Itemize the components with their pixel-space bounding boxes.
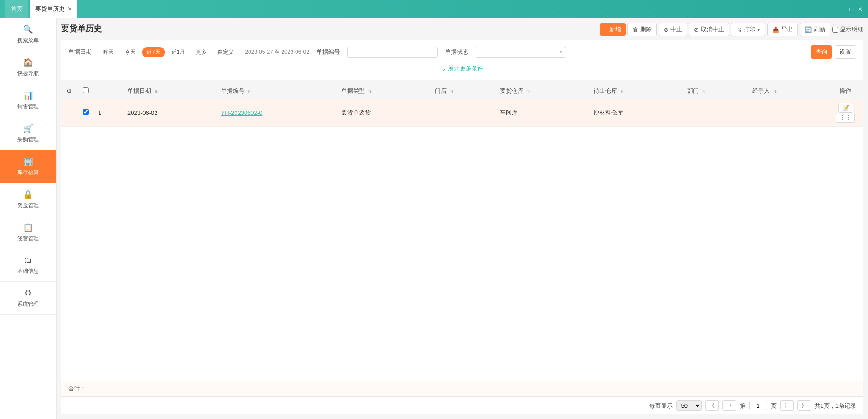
sidebar-item-sysmanage[interactable]: ⚙ 系统管理 <box>0 282 56 315</box>
col-pendingwarehouse[interactable]: 待出仓库 ⇅ <box>589 83 683 99</box>
inventory-icon: 🏢 <box>23 157 33 167</box>
print-icon: 🖨 <box>736 26 742 33</box>
col-store[interactable]: 门店 ⇅ <box>430 83 496 99</box>
sidebar-label-quicknav: 快捷导航 <box>17 70 39 77</box>
table-scroll[interactable]: ⚙ 单据日期 ⇅ 单据编号 <box>61 83 863 381</box>
add-button[interactable]: + 新增 <box>600 23 626 36</box>
sidebar-item-basicinfo[interactable]: 🗂 基础信息 <box>0 249 56 282</box>
page-number-input[interactable] <box>749 401 767 410</box>
print-dropdown-icon: ▾ <box>757 26 760 33</box>
date-btn-yesterday[interactable]: 昨天 <box>99 47 118 57</box>
operations-icon: 📋 <box>23 223 33 233</box>
row-department-cell <box>683 99 748 127</box>
stop-button[interactable]: ⊘ 中止 <box>659 23 687 36</box>
date-btn-7days[interactable]: 近7天 <box>142 47 165 57</box>
date-btn-custom[interactable]: 自定义 <box>213 47 238 57</box>
row-billno-cell[interactable]: YH-20230602-0 <box>217 99 337 127</box>
table-row[interactable]: 1 2023-06-02 YH-20230602-0 要货单要货 车间库 原材料… <box>61 99 863 127</box>
display-detail-checkbox[interactable] <box>832 27 838 33</box>
row-date-cell: 2023-06-02 <box>123 99 217 127</box>
summary-row: 合计： <box>61 381 863 396</box>
basicinfo-icon: 🗂 <box>24 256 32 265</box>
col-checkbox[interactable] <box>77 83 94 99</box>
delete-button[interactable]: 🗑 删除 <box>627 23 657 36</box>
sidebar-label-sales: 销售管理 <box>17 103 39 110</box>
main-layout: 🔍 搜索菜单 🏠 快捷导航 📊 销售管理 🛒 采购管理 🏢 库存核算 🔒 资金管… <box>0 18 868 419</box>
page-size-label: 每页显示 <box>649 402 673 410</box>
cancel-stop-button[interactable]: ⊘ 取消中止 <box>689 23 729 36</box>
select-all-checkbox[interactable] <box>83 87 89 93</box>
date-btn-1month[interactable]: 近1月 <box>167 47 189 57</box>
display-detail-toggle[interactable]: 显示明细 <box>832 25 863 33</box>
top-bar: 首页 要货单历史 ✕ — □ ✕ <box>0 0 868 18</box>
summary-label: 合计： <box>68 385 86 393</box>
table-area: ⚙ 单据日期 ⇅ 单据编号 <box>61 83 863 414</box>
col-settings-icon: ⚙ <box>66 88 72 95</box>
close-btn[interactable]: ✕ <box>858 6 863 13</box>
sort-reqwarehouse-icon: ⇅ <box>527 89 530 94</box>
settings-button[interactable]: 设置 <box>835 45 856 59</box>
row-pendingwarehouse-cell: 原材料仓库 <box>589 99 683 127</box>
cancel-stop-icon: ⊘ <box>694 26 699 33</box>
row-checkbox-cell[interactable] <box>77 99 94 127</box>
page-size-select[interactable]: 50 20 100 <box>676 400 702 411</box>
total-info: 共1页，1条记录 <box>815 402 856 410</box>
bill-no-input[interactable] <box>347 47 438 58</box>
date-btn-today[interactable]: 今天 <box>121 47 140 57</box>
col-handler[interactable]: 经手人 ⇅ <box>748 83 827 99</box>
last-page-btn[interactable]: 》 <box>797 400 811 411</box>
sidebar-item-operations[interactable]: 📋 经营管理 <box>0 216 56 249</box>
sort-handler-icon: ⇅ <box>773 89 777 94</box>
sidebar-item-search[interactable]: 🔍 搜索菜单 <box>0 18 56 51</box>
purchase-icon: 🛒 <box>23 124 33 133</box>
first-page-btn[interactable]: 《 <box>705 400 719 411</box>
sidebar-item-quicknav[interactable]: 🏠 快捷导航 <box>0 51 56 84</box>
filter-panel: 单据日期 昨天 今天 近7天 近1月 更多 自定义 2023-05-27 至 2… <box>61 40 863 80</box>
maximize-btn[interactable]: □ <box>849 6 853 13</box>
col-department[interactable]: 部门 ⇅ <box>683 83 748 99</box>
col-billtype[interactable]: 单据类型 ⇅ <box>337 83 430 99</box>
search-icon: 🔍 <box>23 24 33 34</box>
status-select-wrapper <box>476 47 566 58</box>
window-controls: — □ ✕ <box>839 6 863 13</box>
content-area: 要货单历史 + 新增 🗑 删除 ⊘ 中止 ⊘ 取消中止 🖨 打印 <box>57 18 868 419</box>
row-edit-btn[interactable]: 📝 <box>838 103 853 113</box>
sidebar-label-sysmanage: 系统管理 <box>17 300 39 308</box>
sort-department-icon: ⇅ <box>702 89 705 94</box>
close-tab-icon[interactable]: ✕ <box>67 6 72 12</box>
header-section: 要货单历史 + 新增 🗑 删除 ⊘ 中止 ⊘ 取消中止 🖨 打印 <box>61 23 863 36</box>
sort-billno-icon: ⇅ <box>247 89 251 94</box>
row-more-btn[interactable]: ⋮⋮ <box>836 113 855 123</box>
export-button[interactable]: 📤 导出 <box>767 23 798 36</box>
col-reqwarehouse[interactable]: 要货仓库 ⇅ <box>495 83 589 99</box>
page-title: 要货单历史 <box>61 23 102 34</box>
col-billno[interactable]: 单据编号 ⇅ <box>217 83 337 99</box>
next-page-btn[interactable]: 〉 <box>780 400 794 411</box>
col-settings[interactable]: ⚙ <box>61 83 77 99</box>
refresh-button[interactable]: 🔄 刷新 <box>800 23 830 36</box>
table-header-row: ⚙ 单据日期 ⇅ 单据编号 <box>61 83 863 99</box>
sidebar-item-finance[interactable]: 🔒 资金管理 <box>0 183 56 216</box>
date-label: 单据日期 <box>68 48 92 56</box>
date-btn-more[interactable]: 更多 <box>192 47 211 57</box>
sidebar-item-purchase[interactable]: 🛒 采购管理 <box>0 117 56 150</box>
header-toolbar: + 新增 🗑 删除 ⊘ 中止 ⊘ 取消中止 🖨 打印 ▾ <box>600 23 863 36</box>
tab-history[interactable]: 要货单历史 ✕ <box>30 0 77 18</box>
prev-page-btn[interactable]: 〈 <box>722 400 736 411</box>
home-icon: 🏠 <box>23 57 33 67</box>
tab-home[interactable]: 首页 <box>5 0 28 18</box>
row-handler-cell <box>748 99 827 127</box>
filter-row-1: 单据日期 昨天 今天 近7天 近1月 更多 自定义 2023-05-27 至 2… <box>68 45 856 59</box>
row-checkbox[interactable] <box>83 109 89 115</box>
expand-more-btn[interactable]: ⌄ 展开更多条件 <box>68 62 856 74</box>
stop-icon: ⊘ <box>664 26 669 33</box>
sidebar-item-sales[interactable]: 📊 销售管理 <box>0 84 56 117</box>
col-index <box>94 83 123 99</box>
query-button[interactable]: 查询 <box>811 45 832 59</box>
sidebar-item-inventory[interactable]: 🏢 库存核算 <box>0 150 56 183</box>
col-date[interactable]: 单据日期 ⇅ <box>123 83 217 99</box>
minimize-btn[interactable]: — <box>839 6 845 13</box>
print-button[interactable]: 🖨 打印 ▾ <box>731 23 765 36</box>
status-select[interactable] <box>476 47 566 58</box>
row-reqwarehouse-cell: 车间库 <box>495 99 589 127</box>
